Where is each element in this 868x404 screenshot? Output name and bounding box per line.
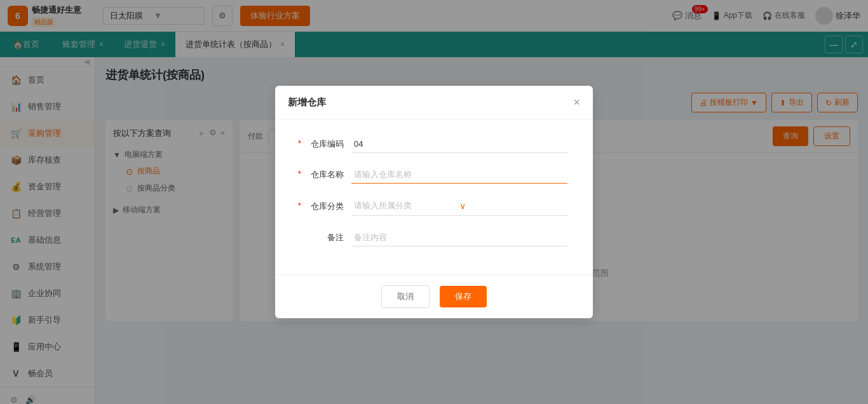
warehouse-type-select[interactable]: 请输入所属分类 ∨ [351, 196, 567, 216]
remark-input[interactable] [351, 229, 567, 246]
modal-title: 新增仓库 [288, 97, 326, 109]
modal-new-warehouse: 新增仓库 × 仓库编码 仓库名称 仓库分类 请输入所属分类 ∨ [275, 86, 593, 318]
modal-header: 新增仓库 × [275, 86, 593, 120]
form-row-type: 仓库分类 请输入所属分类 ∨ [301, 196, 567, 216]
warehouse-type-label: 仓库分类 [301, 201, 351, 212]
form-row-name: 仓库名称 [301, 166, 567, 184]
form-row-code: 仓库编码 [301, 135, 567, 153]
modal-overlay[interactable]: 新增仓库 × 仓库编码 仓库名称 仓库分类 请输入所属分类 ∨ [0, 0, 868, 404]
warehouse-name-input[interactable] [351, 166, 567, 184]
save-button[interactable]: 保存 [440, 286, 487, 307]
warehouse-name-label: 仓库名称 [301, 169, 351, 180]
warehouse-code-input[interactable] [351, 135, 567, 153]
form-row-remark: 备注 [301, 229, 567, 246]
modal-body: 仓库编码 仓库名称 仓库分类 请输入所属分类 ∨ 备注 [275, 120, 593, 274]
warehouse-code-label: 仓库编码 [301, 138, 351, 150]
warehouse-type-placeholder: 请输入所属分类 [354, 200, 459, 212]
remark-label: 备注 [301, 232, 351, 243]
type-chevron-icon: ∨ [459, 201, 565, 211]
cancel-button[interactable]: 取消 [381, 285, 430, 308]
modal-close-button[interactable]: × [573, 96, 580, 109]
modal-footer: 取消 保存 [275, 274, 593, 318]
